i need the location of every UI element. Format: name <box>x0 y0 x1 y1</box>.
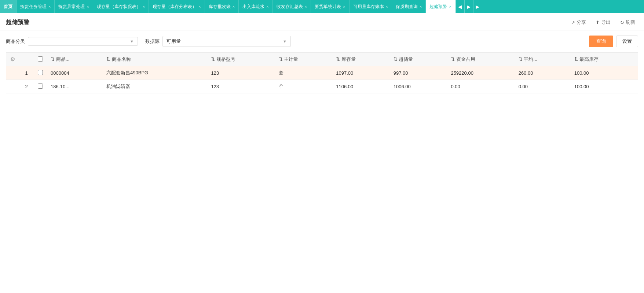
top-navigation: 首页 拣货任务管理 × 拣货异常处理 × 现存量（库存状况表） × 现存量（库存… <box>0 0 644 13</box>
row-spec: 123 <box>207 66 275 80</box>
nav-expand-arrow[interactable]: ▶ <box>473 0 482 13</box>
col-header-unit[interactable]: ⇅ 主计量 <box>275 53 333 66</box>
row-settings-cell <box>6 66 19 80</box>
nav-tab-active[interactable]: 超储预警 × <box>426 0 455 13</box>
nav-tab-3-label: 现存量（库存状况表） <box>97 4 141 10</box>
nav-tab-2-close[interactable]: × <box>87 4 89 9</box>
category-chevron-icon: ▼ <box>130 39 134 44</box>
nav-tab-9[interactable]: 可用量库存账本 × <box>350 0 392 13</box>
col-header-over-stock[interactable]: ⇅ 超储量 <box>390 53 447 66</box>
col-header-capital[interactable]: ⇅ 资金占用 <box>447 53 515 66</box>
col-header-max-stock[interactable]: ⇅ 最高库存 <box>571 53 638 66</box>
nav-tab-4[interactable]: 现存量（库存分布表） × <box>149 0 205 13</box>
row-no-cell: 2 <box>19 80 34 93</box>
nav-tab-10[interactable]: 保质期查询 × <box>392 0 426 13</box>
export-button[interactable]: ⬆ 导出 <box>593 18 614 27</box>
nav-tab-6-label: 出入库流水 <box>242 4 264 10</box>
row-stock: 1097.00 <box>332 66 390 80</box>
category-select[interactable]: ▼ <box>28 37 138 46</box>
table-body: 1 0000004 六配套新昌490BPG 123 套 1097.00 997.… <box>6 66 638 93</box>
export-icon: ⬆ <box>596 20 600 25</box>
select-all-checkbox[interactable] <box>38 56 43 62</box>
export-label: 导出 <box>601 19 611 26</box>
table-header-row: ⚙ ⇅ 商品... ⇅ 商品名称 ⇅ 规格型号 <box>6 53 638 66</box>
nav-tab-4-close[interactable]: × <box>198 4 201 9</box>
row-capital: 259220.00 <box>447 66 515 80</box>
col-header-settings: ⚙ <box>6 53 19 66</box>
row-over-stock: 997.00 <box>390 66 447 80</box>
col-header-product-name[interactable]: ⇅ 商品名称 <box>103 53 207 66</box>
nav-tab-3[interactable]: 现存量（库存状况表） × <box>93 0 149 13</box>
share-label: 分享 <box>577 19 586 26</box>
datasource-select-value: 可用量 <box>167 38 280 45</box>
row-capital: 0.00 <box>447 80 515 93</box>
table-row: 2 186-10... 机油滤清器 123 个 1106.00 1006.00 … <box>6 80 638 93</box>
col-header-stock[interactable]: ⇅ 库存量 <box>332 53 390 66</box>
nav-tab-1-close[interactable]: × <box>48 4 51 9</box>
refresh-button[interactable]: ↻ 刷新 <box>617 18 638 27</box>
nav-tab-10-close[interactable]: × <box>420 4 422 9</box>
nav-tab-5[interactable]: 库存批次账 × <box>205 0 239 13</box>
nav-tab-2[interactable]: 拣货异常处理 × <box>55 0 93 13</box>
datasource-chevron-icon: ▼ <box>283 39 287 44</box>
datasource-select[interactable]: 可用量 ▼ <box>162 36 291 47</box>
nav-tab-2-label: 拣货异常处理 <box>58 4 85 10</box>
nav-tab-3-close[interactable]: × <box>143 4 145 9</box>
table-settings-gear-icon[interactable]: ⚙ <box>10 56 15 62</box>
row-checkbox-1[interactable] <box>38 84 43 89</box>
nav-tab-8-close[interactable]: × <box>343 4 345 9</box>
query-button[interactable]: 查询 <box>589 36 613 47</box>
page-container: 超储预警 ↗ 分享 ⬆ 导出 ↻ 刷新 商品分类 ▼ 数据源 <box>0 13 644 293</box>
nav-tab-5-label: 库存批次账 <box>209 4 231 10</box>
col-header-checkbox <box>34 53 47 66</box>
header-actions: ↗ 分享 ⬆ 导出 ↻ 刷新 <box>568 18 638 27</box>
row-checkbox-cell <box>34 80 47 93</box>
nav-tab-1[interactable]: 拣货任务管理 × <box>17 0 55 13</box>
row-checkbox-cell <box>34 66 47 80</box>
nav-home-label: 首页 <box>4 4 12 10</box>
nav-tab-6[interactable]: 出入库流水 × <box>239 0 272 13</box>
share-icon: ↗ <box>571 20 575 25</box>
data-table: ⚙ ⇅ 商品... ⇅ 商品名称 ⇅ 规格型号 <box>6 52 638 93</box>
row-max-stock: 100.00 <box>571 80 638 93</box>
filter-buttons: 查询 设置 <box>589 36 638 47</box>
nav-tab-7-label: 收发存汇总表 <box>277 4 303 10</box>
nav-tab-active-close[interactable]: × <box>449 4 451 9</box>
share-button[interactable]: ↗ 分享 <box>568 18 589 27</box>
row-settings-cell <box>6 80 19 93</box>
nav-tab-8[interactable]: 要货单统计表 × <box>311 0 349 13</box>
row-checkbox-0[interactable] <box>38 70 43 75</box>
settings-button[interactable]: 设置 <box>616 36 638 47</box>
table-row: 1 0000004 六配套新昌490BPG 123 套 1097.00 997.… <box>6 66 638 80</box>
row-unit: 套 <box>275 66 333 80</box>
nav-home[interactable]: 首页 <box>0 0 17 13</box>
category-label: 商品分类 <box>6 38 25 45</box>
nav-tab-5-close[interactable]: × <box>233 4 235 9</box>
row-stock: 1106.00 <box>332 80 390 93</box>
nav-tab-1-label: 拣货任务管理 <box>20 4 47 10</box>
nav-tab-9-close[interactable]: × <box>386 4 388 9</box>
nav-tab-10-label: 保质期查询 <box>396 4 418 10</box>
row-no-cell: 1 <box>19 66 34 80</box>
nav-tab-8-label: 要货单统计表 <box>315 4 341 10</box>
datasource-filter: 数据源 可用量 ▼ <box>145 36 291 47</box>
col-header-avg[interactable]: ⇅ 平均... <box>515 53 571 66</box>
refresh-label: 刷新 <box>626 19 635 26</box>
row-spec: 123 <box>207 80 275 93</box>
nav-tab-6-close[interactable]: × <box>266 4 268 9</box>
row-over-stock: 1006.00 <box>390 80 447 93</box>
nav-tab-7[interactable]: 收发存汇总表 × <box>273 0 311 13</box>
col-header-product-code[interactable]: ⇅ 商品... <box>47 53 103 66</box>
row-avg: 0.00 <box>515 80 571 93</box>
row-avg: 260.00 <box>515 66 571 80</box>
row-product-name: 机油滤清器 <box>103 80 207 93</box>
page-header: 超储预警 ↗ 分享 ⬆ 导出 ↻ 刷新 <box>0 13 644 30</box>
category-filter: 商品分类 ▼ <box>6 37 138 46</box>
nav-tab-7-close[interactable]: × <box>305 4 307 9</box>
nav-tab-9-label: 可用量库存账本 <box>353 4 384 10</box>
row-unit: 个 <box>275 80 333 93</box>
col-header-spec[interactable]: ⇅ 规格型号 <box>207 53 275 66</box>
datasource-label: 数据源 <box>145 38 160 45</box>
nav-next-arrow[interactable]: ▶ <box>464 0 473 13</box>
nav-prev-arrow[interactable]: ◀ <box>455 0 464 13</box>
